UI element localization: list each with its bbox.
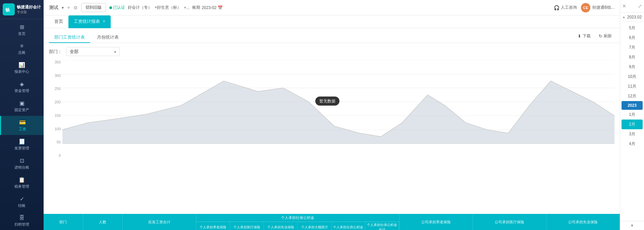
- chart-tooltip: 暂无数据: [315, 96, 339, 105]
- user-avatar-wrap[interactable]: CE 轻捷通B组...: [581, 3, 614, 12]
- panel-expand-btn[interactable]: ⤢: [638, 3, 642, 9]
- download-label: 下载: [583, 33, 591, 39]
- col-housing: 个人承担住房公积金: [332, 222, 366, 230]
- sidebar-nav: ⊞ 首页 ≡ 总账 📊 报表中心 ◈ 资金管理 ▣ 固定资产 💳 工资 🧾 发票…: [0, 19, 44, 230]
- panel-header: ✕ ⤢: [620, 0, 644, 12]
- month-12[interactable]: 12月: [620, 91, 644, 101]
- month-10[interactable]: 10月: [620, 72, 644, 82]
- chart-area: 0 50 100 150 200 250 300 350: [44, 60, 620, 214]
- refresh-btn[interactable]: ↻ 刷新: [596, 32, 614, 40]
- col-company-pension-label: 公司承担养老保险: [421, 220, 451, 225]
- month-11[interactable]: 11月: [620, 82, 644, 91]
- col-medical: 个人承担医疗保险: [230, 222, 264, 230]
- tab-salary-label: 工资统计报表: [74, 18, 100, 25]
- col-housing-label: 个人承担住房公积金: [333, 225, 363, 230]
- download-btn[interactable]: ⬇ 下载: [575, 32, 593, 40]
- status-dot: [109, 6, 112, 9]
- sub-tab-department[interactable]: 部门工资统计表: [49, 32, 90, 43]
- sidebar-item-reports[interactable]: 📊 报表中心: [0, 58, 44, 78]
- sub-tab-dept-label: 部门工资统计表: [54, 35, 85, 40]
- topbar-dropdown[interactable]: ▾: [62, 5, 64, 10]
- user-avatar: CE: [581, 3, 590, 12]
- y-label-250: 250: [49, 87, 61, 91]
- period-value: 2023-02: [202, 5, 216, 10]
- col-unemploy: 个人承担失业保险: [264, 222, 298, 230]
- month-8[interactable]: 8月: [620, 52, 644, 62]
- month-4[interactable]: 4月: [620, 139, 644, 149]
- year-nav-down-row: ▼: [620, 221, 644, 230]
- sidebar-item-sales[interactable]: ⊡ 进销台账: [0, 154, 44, 173]
- sidebar-item-assets[interactable]: ▣ 固定资产: [0, 97, 44, 116]
- sidebar-item-salary[interactable]: 💳 工资: [0, 116, 44, 135]
- topbar-add-icon[interactable]: +: [67, 5, 70, 11]
- dept-select-wrap: 全部: [66, 47, 120, 56]
- col-total-salary: 应发工资合计: [123, 214, 196, 230]
- sidebar-label-settle: 结账: [18, 203, 25, 208]
- month-7[interactable]: 7月: [620, 43, 644, 52]
- sidebar-label-assets: 固定资产: [14, 107, 29, 112]
- sub-tab-monthly[interactable]: 月份统计表: [92, 32, 124, 43]
- good-biz-label: +好生意（标）: [155, 5, 181, 10]
- period-label: 账期: [192, 5, 200, 10]
- year-nav: ▲: [622, 14, 626, 19]
- sidebar-item-settle[interactable]: ✓ 结账: [0, 192, 44, 212]
- sidebar-label-tax: 税务管理: [14, 184, 29, 189]
- year-nav-down[interactable]: ▼: [630, 223, 635, 229]
- more-label: +...: [184, 5, 190, 10]
- avatar-initials: CE: [583, 6, 588, 10]
- month-3[interactable]: 3月: [620, 129, 644, 139]
- sidebar-item-invoice[interactable]: 🧾 发票管理: [0, 135, 44, 154]
- sales-icon: ⊡: [20, 157, 24, 164]
- col-pension-label: 个人承担养老保险: [200, 225, 226, 230]
- topbar-settings-icon[interactable]: ⚙: [73, 5, 78, 10]
- certified-label: 已认证: [113, 5, 125, 10]
- logo-text: 畅捷通好会计 专业版: [17, 5, 41, 14]
- sidebar-item-ledger[interactable]: ≡ 总账: [0, 40, 44, 58]
- col-unemploy-label: 个人承担失业保险: [267, 225, 294, 230]
- sidebar-item-home[interactable]: ⊞ 首页: [0, 20, 44, 40]
- col-company-unemploy-label: 公司承担失业保险: [568, 220, 598, 225]
- col-medical-label: 个人承担医疗保险: [233, 225, 260, 230]
- sub-tab-monthly-label: 月份统计表: [97, 35, 119, 40]
- col-company-unemploy: 公司承担失业保险: [546, 214, 620, 230]
- sidebar-item-archive[interactable]: 🗄 归档管理: [0, 212, 44, 230]
- user-name: 轻捷通B组...: [592, 5, 614, 10]
- logo-icon: 畅: [3, 3, 15, 15]
- chart-container: 0 50 100 150 200 250 300 350: [49, 60, 614, 168]
- sub-tab-actions: ⬇ 下载 ↻ 刷新: [575, 32, 614, 43]
- app-logo: 畅 畅捷通好会计 专业版: [0, 0, 44, 19]
- app-name: 畅捷通好会计: [17, 5, 41, 10]
- tab-home[interactable]: 首页: [49, 15, 68, 28]
- tab-close-icon[interactable]: ✕: [103, 19, 105, 23]
- funds-icon: ◈: [20, 81, 24, 87]
- panel-close-btn[interactable]: ✕: [622, 3, 626, 9]
- month-2-active[interactable]: 2月: [622, 120, 643, 129]
- topbar-status: 已认证 好会计（专） +好生意（标） +... 账期 2023-02 📅: [109, 5, 223, 10]
- filter-label: 部门：: [49, 49, 62, 55]
- month-9[interactable]: 9月: [620, 62, 644, 72]
- year-badge[interactable]: 2023: [622, 101, 643, 110]
- switch-old-btn[interactable]: 切到旧版: [81, 3, 106, 12]
- tab-salary-report[interactable]: 工资统计报表 ✕: [68, 15, 111, 28]
- sidebar-item-tax[interactable]: 📋 税务管理: [0, 173, 44, 192]
- year-display: 2023.02: [626, 15, 643, 19]
- sidebar-item-funds[interactable]: ◈ 资金管理: [0, 78, 44, 97]
- sidebar-label-sales: 进销台账: [14, 165, 29, 170]
- dept-select[interactable]: 全部: [66, 47, 120, 56]
- sidebar-label-salary: 工资: [19, 127, 26, 132]
- y-label-0: 0: [49, 153, 61, 157]
- col-group-personal: 个人承担社保公积金 个人承担养老保险 个人承担医疗保险 个人承担失业保险 个人承…: [196, 214, 400, 230]
- col-group-personal-title: 个人承担社保公积金: [196, 214, 399, 222]
- svg-text:畅: 畅: [5, 7, 10, 12]
- month-5[interactable]: 5月: [620, 23, 644, 33]
- y-axis: 0 50 100 150 200 250 300 350: [49, 60, 61, 157]
- year-nav-up[interactable]: ▲: [622, 14, 626, 19]
- calendar-icon[interactable]: 📅: [218, 5, 223, 10]
- chart-svg-wrap: 暂无数据: [62, 60, 614, 157]
- month-6[interactable]: 6月: [620, 33, 644, 43]
- month-1[interactable]: 1月: [620, 110, 644, 120]
- tab-bar: 首页 工资统计报表 ✕: [44, 15, 620, 28]
- service-btn[interactable]: 🎧 人工咨询: [554, 5, 577, 10]
- home-icon: ⊞: [20, 24, 24, 30]
- settle-icon: ✓: [20, 196, 24, 202]
